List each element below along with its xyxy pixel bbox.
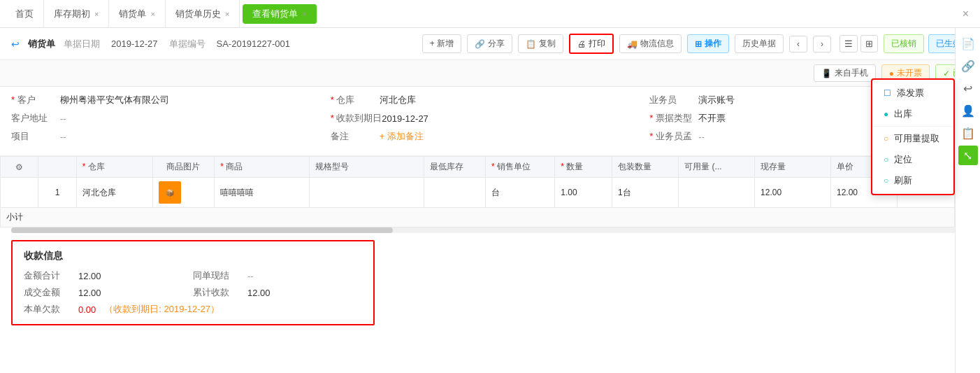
due-date-label: 收款到期日 [331, 112, 382, 125]
product-table: ⚙ * 仓库 商品图片 * 商品 [0, 156, 955, 227]
sidebar-link-icon[interactable]: 🔗 [958, 56, 978, 76]
project-field: 项目 -- [11, 130, 331, 143]
nav-next-button[interactable]: › [813, 36, 831, 52]
sidebar-doc-icon[interactable]: 📄 [958, 34, 978, 53]
refresh-icon: ○ [884, 176, 888, 185]
history-button[interactable]: 历史单据 [735, 34, 784, 53]
dropdown-divider [872, 126, 953, 127]
subtotal-label: 小计 [6, 212, 23, 222]
th-product: * 商品 [215, 157, 310, 178]
share-label: 分享 [488, 38, 505, 50]
gear-icon[interactable]: ⚙ [15, 162, 23, 172]
row-pack: 1台 [612, 178, 678, 208]
th-num [38, 157, 76, 178]
check-icon: ✓ [943, 69, 950, 78]
doc-actions: + 新增 🔗 分享 📋 复制 🖨 打印 🚚 物流信息 [422, 34, 969, 54]
nav-prev-button[interactable]: ‹ [789, 36, 807, 52]
due-notice: （收款到期日: 2019-12-27） [104, 303, 219, 316]
dropdown-locate[interactable]: ○ 定位 [872, 149, 953, 170]
outbound-label: 出库 [894, 108, 912, 120]
not-open-label: 未开票 [897, 67, 922, 79]
tab-sales-order-close[interactable]: × [150, 10, 154, 18]
tab-sales-order-label: 销货单 [119, 8, 146, 20]
payment-section: 收款信息 金额合计 12.00 同单现结 -- 成交金额 12.00 累计收款 … [11, 240, 375, 325]
th-qty: * 数量 [555, 157, 612, 178]
same-order-settle-label: 同单现结 [193, 269, 242, 282]
print-button[interactable]: 🖨 打印 [569, 34, 614, 54]
tab-view-sales-order[interactable]: 查看销货单 × [243, 4, 317, 24]
share-button[interactable]: 🔗 分享 [467, 34, 512, 53]
row-spec [310, 178, 424, 208]
sidebar-user-icon[interactable]: 👤 [958, 101, 978, 120]
subtotal-row: 小计 [1, 208, 955, 227]
address-field: 客户地址 -- [11, 112, 331, 125]
same-order-settle-value: -- [247, 271, 254, 281]
sidebar-expand-icon[interactable]: ⤡ [958, 146, 978, 165]
available-extract-label: 可用量提取 [894, 132, 939, 145]
main-content: ↩ 销货单 单据日期 2019-12-27 单据编号 SA-20191227-0… [0, 28, 980, 373]
date-value: 2019-12-27 [111, 38, 158, 49]
tab-view-sales-order-close[interactable]: × [302, 10, 306, 18]
tab-sales-order[interactable]: 销货单 × [109, 0, 165, 28]
print-label: 打印 [589, 38, 605, 50]
total-amount-row: 金额合计 12.00 [24, 269, 193, 282]
window-close-button[interactable]: × [957, 8, 974, 20]
add-note-button[interactable]: 添加备注 [380, 130, 424, 143]
from-mobile-label: 来自手机 [835, 67, 868, 79]
table-row: 1 河北仓库 📦 嘻嘻嘻嘻 [1, 178, 955, 208]
product-table-wrap: ⚙ * 仓库 商品图片 * 商品 [0, 156, 955, 227]
warehouse-value: 河北仓库 [380, 94, 416, 106]
transaction-amount-row: 成交金额 12.00 [24, 286, 193, 299]
address-value: -- [60, 113, 66, 124]
dropdown-refresh[interactable]: ○ 刷新 [872, 170, 953, 191]
tab-inventory-init[interactable]: 库存期初 × [44, 0, 109, 28]
tab-sales-order-history[interactable]: 销货单历史 × [166, 0, 240, 28]
doc-meta: 单据日期 2019-12-27 单据编号 SA-20191227-001 [64, 38, 290, 50]
row-unit: 台 [485, 178, 554, 208]
customer-value: 柳州粤港平安气体有限公司 [60, 94, 169, 106]
warehouse-field: 仓库 河北仓库 [331, 94, 650, 106]
tab-sales-order-history-close[interactable]: × [225, 10, 229, 18]
list-view-button[interactable]: ☰ [840, 35, 858, 52]
from-mobile-button[interactable]: 📱 来自手机 [814, 64, 876, 82]
number-label: 单据编号 [169, 38, 206, 50]
this-order-due-label: 本单欠款 [24, 303, 73, 316]
sub-action-bar: 📱 来自手机 ● 未开票 ✓ 已 [0, 60, 980, 87]
operation-icon: ⊞ [695, 39, 702, 49]
locate-icon: ○ [884, 155, 888, 164]
th-minstock: 最低库存 [424, 157, 485, 178]
tab-inventory-init-close[interactable]: × [94, 10, 99, 18]
dropdown-available-extract[interactable]: ○ 可用量提取 [872, 128, 953, 149]
doc-type-label: 销货单 [28, 38, 55, 50]
operation-button[interactable]: ⊞ 操作 [687, 34, 729, 53]
cancelled-button[interactable]: 已核销 [884, 34, 924, 53]
sidebar-list-icon[interactable]: 📋 [958, 123, 978, 143]
sidebar-history-icon[interactable]: ↩ [958, 78, 978, 98]
address-label: 客户地址 [11, 112, 60, 125]
product-thumbnail: 📦 [159, 181, 181, 204]
cumulative-collection-value: 12.00 [247, 288, 271, 298]
copy-button[interactable]: 📋 复制 [518, 34, 563, 53]
new-button[interactable]: + 新增 [422, 34, 461, 53]
dropdown-add-invoice[interactable]: ☐ 添发票 [872, 83, 953, 104]
tab-view-sales-order-label: 查看销货单 [252, 8, 298, 20]
subtotal-cell: 小计 [1, 208, 955, 227]
form-row-2: 客户地址 -- 收款到期日 2019-12-27 票据类型 不开票 [11, 112, 969, 125]
th-spec: 规格型号 [310, 157, 424, 178]
tab-home[interactable]: 首页 [6, 0, 44, 28]
outbound-icon: ● [884, 109, 888, 119]
logistics-button[interactable]: 🚚 物流信息 [619, 34, 682, 53]
dropdown-outbound[interactable]: ● 出库 [872, 104, 953, 125]
note-field: 备注 添加备注 [331, 130, 650, 143]
form-row-3: 项目 -- 备注 添加备注 业务员孟 -- [11, 130, 969, 143]
total-amount-label: 金额合计 [24, 269, 73, 282]
th-unit: * 销售单位 [485, 157, 554, 178]
ticket-value: 不开票 [698, 112, 726, 125]
form-section: 客户 柳州粤港平安气体有限公司 仓库 河北仓库 业务员 演示账号 客户地址 -- [0, 87, 980, 156]
row-img: 📦 [152, 178, 214, 208]
scrollbar-thumb[interactable] [11, 227, 393, 233]
total-amount-value: 12.00 [78, 271, 101, 281]
grid-view-button[interactable]: ⊞ [860, 35, 878, 52]
table-scrollbar[interactable] [11, 227, 966, 233]
doc-title-area: ↩ 销货单 单据日期 2019-12-27 单据编号 SA-20191227-0… [11, 38, 290, 50]
